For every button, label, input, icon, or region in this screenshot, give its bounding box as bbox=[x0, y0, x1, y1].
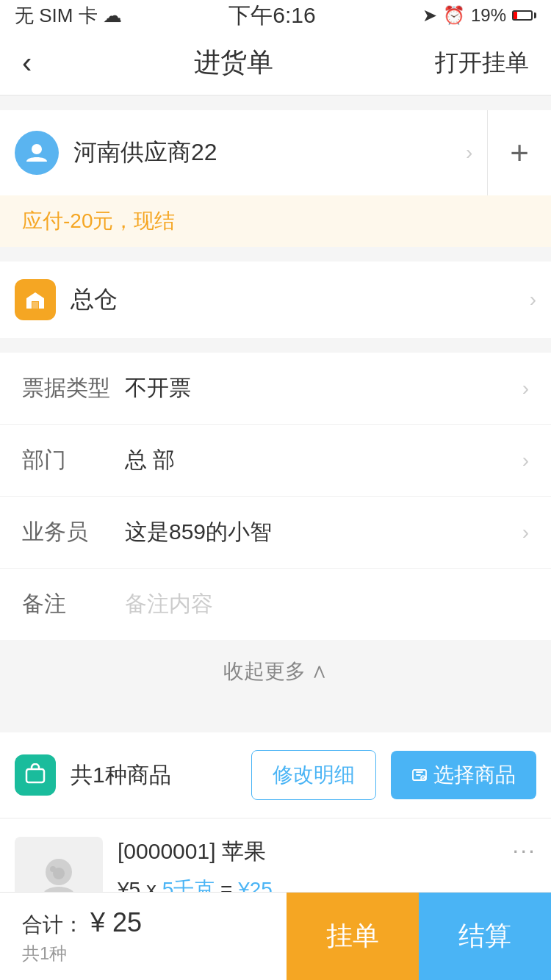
battery-percent: 19% bbox=[471, 5, 506, 26]
svg-point-9 bbox=[50, 866, 56, 872]
dept-row[interactable]: 部门 总 部 › bbox=[0, 425, 551, 497]
divider-1 bbox=[0, 96, 551, 110]
select-product-icon bbox=[411, 767, 428, 783]
status-time: 下午6:16 bbox=[228, 1, 315, 31]
nav-bar: ‹ 进货单 打开挂单 bbox=[0, 31, 551, 96]
supplier-name: 河南供应商22 bbox=[73, 137, 458, 169]
divider-2 bbox=[0, 703, 551, 718]
bottom-bar: 合计： ¥ 25 共1种 挂单 结算 bbox=[0, 892, 551, 980]
supplier-chevron-icon: › bbox=[466, 141, 472, 165]
invoice-value: 不开票 bbox=[125, 373, 515, 403]
back-button[interactable]: ‹ bbox=[22, 46, 32, 79]
checkout-button[interactable]: 结算 bbox=[419, 893, 551, 981]
salesman-value: 这是859的小智 bbox=[125, 517, 515, 547]
total-label: 合计： bbox=[22, 913, 84, 936]
collapse-bar[interactable]: 收起更多 ∧ bbox=[0, 640, 551, 703]
more-options-button[interactable]: ··· bbox=[512, 837, 536, 864]
cart-icon bbox=[24, 763, 47, 787]
suspend-button[interactable]: 挂单 bbox=[287, 893, 419, 981]
product-code: [0000001] bbox=[118, 839, 215, 863]
invoice-row[interactable]: 票据类型 不开票 › bbox=[0, 353, 551, 425]
svg-point-0 bbox=[32, 144, 42, 154]
supplier-section: 河南供应商22 › + bbox=[0, 110, 551, 195]
supplier-avatar bbox=[15, 131, 59, 175]
remark-label: 备注 bbox=[22, 589, 125, 619]
warehouse-chevron-icon: › bbox=[530, 288, 536, 311]
add-supplier-button[interactable]: + bbox=[488, 114, 551, 192]
warehouse-section[interactable]: 总仓 › bbox=[0, 262, 551, 338]
total-section: 合计： ¥ 25 共1种 bbox=[0, 907, 287, 965]
select-product-button[interactable]: 选择商品 bbox=[391, 751, 536, 799]
salesman-row[interactable]: 业务员 这是859的小智 › bbox=[0, 497, 551, 569]
status-left: 无 SIM 卡 ☁ bbox=[15, 3, 122, 29]
svg-rect-2 bbox=[32, 302, 38, 309]
product-title: 苹果 bbox=[222, 839, 266, 863]
warehouse-name: 总仓 bbox=[71, 284, 522, 316]
svg-rect-3 bbox=[26, 769, 44, 782]
product-icon bbox=[15, 754, 56, 796]
form-section: 票据类型 不开票 › 部门 总 部 › 业务员 这是859的小智 › 备注 备注… bbox=[0, 353, 551, 640]
supplier-selector[interactable]: 河南供应商22 › bbox=[0, 110, 488, 195]
product-count: 共1种商品 bbox=[71, 760, 237, 790]
total-amount-row: 合计： ¥ 25 bbox=[22, 907, 264, 939]
user-icon bbox=[24, 140, 50, 166]
salesman-label: 业务员 bbox=[22, 517, 125, 547]
notice-bar: 应付-20元，现结 bbox=[0, 195, 551, 247]
invoice-label: 票据类型 bbox=[22, 373, 125, 403]
remark-row[interactable]: 备注 备注内容 bbox=[0, 569, 551, 640]
warehouse-svg bbox=[24, 288, 47, 311]
total-count: 共1种 bbox=[22, 942, 264, 965]
page-title: 进货单 bbox=[194, 45, 273, 81]
remark-input[interactable]: 备注内容 bbox=[125, 589, 529, 619]
open-suspend-button[interactable]: 打开挂单 bbox=[435, 47, 529, 79]
total-amount: ¥ 25 bbox=[90, 907, 142, 937]
edit-detail-button[interactable]: 修改明细 bbox=[251, 750, 376, 800]
alarm-icon: ⏰ bbox=[443, 5, 465, 26]
dept-label: 部门 bbox=[22, 445, 125, 475]
dept-chevron-icon: › bbox=[522, 449, 529, 472]
sim-status: 无 SIM 卡 ☁ bbox=[15, 3, 122, 29]
product-header: 共1种商品 修改明细 选择商品 bbox=[0, 732, 551, 818]
location-icon: ➤ bbox=[422, 5, 437, 26]
warehouse-icon bbox=[15, 279, 56, 320]
dept-value: 总 部 bbox=[125, 445, 515, 475]
invoice-chevron-icon: › bbox=[522, 377, 529, 400]
status-bar: 无 SIM 卡 ☁ 下午6:16 ➤ ⏰ 19% bbox=[0, 0, 551, 31]
status-right: ➤ ⏰ 19% bbox=[422, 5, 536, 26]
select-product-label: 选择商品 bbox=[433, 761, 516, 789]
battery-icon bbox=[512, 10, 536, 21]
salesman-chevron-icon: › bbox=[522, 521, 529, 544]
product-name: [0000001] 苹果 bbox=[118, 837, 497, 867]
